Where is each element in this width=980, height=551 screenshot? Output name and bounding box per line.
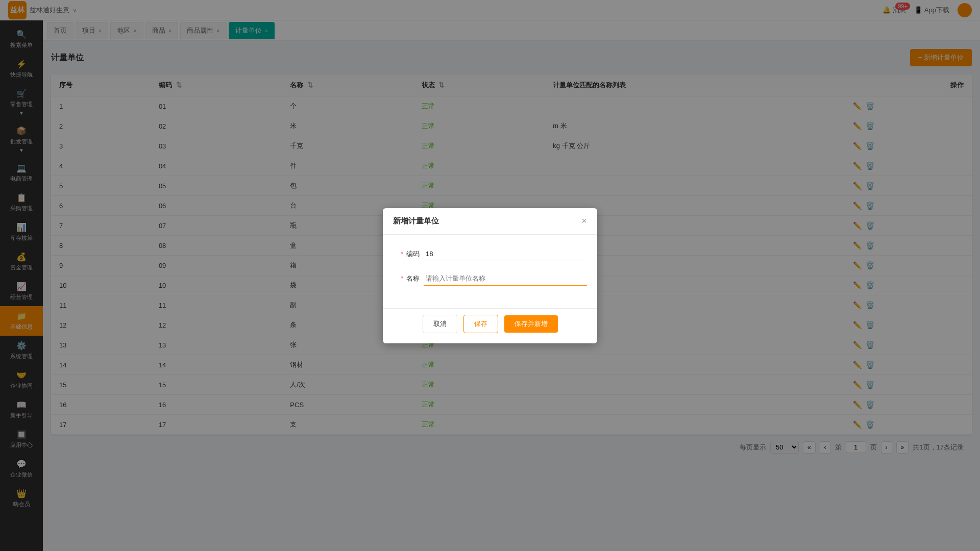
modal-close-button[interactable]: × [581,216,587,226]
required-star: * [401,250,403,258]
code-form-row: * 编码 [393,247,587,261]
code-input[interactable] [424,247,587,261]
name-label: * 名称 [393,274,424,283]
modal-header: 新增计量单位 × [383,208,597,235]
name-form-row: * 名称 [393,271,587,286]
name-input[interactable] [424,271,587,286]
modal-overlay[interactable]: 新增计量单位 × * 编码 * 名称 取消 保存 保存并新增 [0,0,980,551]
required-star: * [401,274,403,282]
save-and-new-button[interactable]: 保存并新增 [504,315,558,333]
save-button[interactable]: 保存 [463,315,498,333]
cancel-button[interactable]: 取消 [423,315,457,333]
code-label: * 编码 [393,249,424,259]
modal-footer: 取消 保存 保存并新增 [383,308,597,343]
add-unit-modal: 新增计量单位 × * 编码 * 名称 取消 保存 保存并新增 [383,208,597,343]
modal-title: 新增计量单位 [393,216,439,226]
modal-body: * 编码 * 名称 [383,235,597,308]
